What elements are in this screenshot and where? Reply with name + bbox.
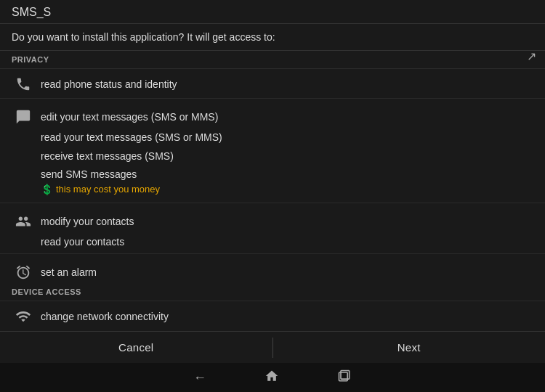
app-title: SMS_S [12, 6, 51, 19]
permission-row: change network connectivity [0, 301, 545, 327]
permission-row: read phone status and identity [0, 69, 545, 95]
permission-row: edit your text messages (SMS or MMS) [0, 102, 545, 128]
recents-button[interactable] [337, 369, 352, 387]
phone-icon [12, 76, 35, 92]
privacy-section-header: PRIVACY [0, 51, 545, 69]
permissions-list: PRIVACY read phone status and identity e… [0, 51, 545, 327]
permission-row: set an alarm [0, 257, 545, 283]
permission-text: edit your text messages (SMS or MMS) [41, 109, 533, 125]
permission-text: send SMS messages [41, 166, 137, 182]
next-button[interactable]: Next [273, 332, 546, 363]
bottom-buttons: Cancel Next [0, 331, 545, 363]
permission-text: set an alarm [41, 264, 97, 280]
back-button[interactable]: ← [193, 370, 206, 385]
message-icon [12, 109, 35, 125]
warning-label: this may cost you money [56, 184, 160, 195]
home-button[interactable] [265, 369, 279, 387]
permission-row: receive text messages (SMS) [0, 147, 545, 166]
nav-bar: ← [0, 363, 545, 392]
permission-row: read your text messages (SMS or MMS) [0, 128, 545, 147]
wifi-icon [12, 309, 35, 324]
permission-row: modify your contacts [0, 206, 545, 232]
alarm-icon [12, 264, 35, 280]
warning-icon: 💲 [41, 184, 53, 195]
device-access-section-header: DEVICE ACCESS [0, 283, 545, 301]
contacts-icon [12, 213, 35, 229]
permission-text: receive text messages (SMS) [41, 148, 174, 164]
permission-row: read your contacts [0, 232, 545, 251]
header: Do you want to install this application?… [0, 24, 545, 51]
permission-text: modify your contacts [41, 213, 134, 229]
change-network-text: change network connectivity [41, 309, 169, 324]
cancel-button[interactable]: Cancel [0, 332, 272, 363]
cost-warning: 💲 this may cost you money [41, 184, 160, 198]
permission-text: read your contacts [41, 234, 124, 250]
header-text: Do you want to install this application?… [12, 31, 275, 43]
permission-text: read phone status and identity [41, 76, 177, 92]
permission-text: read your text messages (SMS or MMS) [41, 129, 222, 145]
title-bar: SMS_S [0, 0, 545, 24]
permission-row: send SMS messages 💲 this may cost you mo… [0, 165, 545, 200]
